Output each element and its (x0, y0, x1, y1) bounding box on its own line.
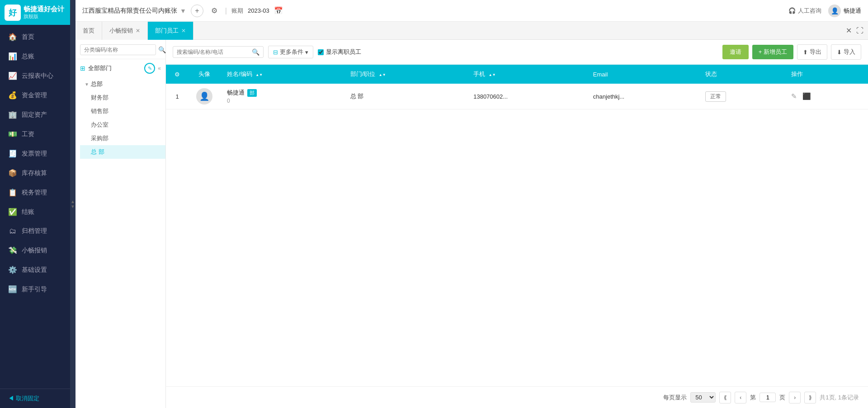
col-actions-label: 操作 (791, 71, 803, 77)
tab-expense-close[interactable]: ✕ (136, 28, 140, 34)
filter-button[interactable]: ⊟ 更多条件 ▾ (268, 46, 313, 58)
inventory-icon: 📦 (8, 169, 17, 177)
page-last-button[interactable]: ⟫ (804, 392, 816, 403)
calendar-icon[interactable]: 📅 (274, 6, 283, 15)
tax-icon: 📋 (8, 188, 17, 197)
sidebar-item-reports[interactable]: 📈 云报表中心 (0, 66, 70, 85)
status-badge: 正常 (705, 91, 726, 102)
dept-grid-icon: ⊞ (80, 65, 85, 72)
col-settings[interactable]: ⚙ (166, 65, 189, 84)
tab-expand-icon[interactable]: ⛶ (856, 27, 863, 35)
logout-action-button[interactable]: ⬛ (802, 92, 811, 100)
dept-edit-button[interactable]: ✎ (144, 63, 155, 74)
export-label: 导出 (810, 48, 821, 56)
page-label: 第 (750, 394, 756, 402)
page-next-button[interactable]: › (789, 392, 801, 403)
tab-expense-label: 小畅报销 (109, 27, 133, 35)
sidebar-item-label: 税务管理 (22, 189, 47, 197)
table-header-row: ⚙ 头像 姓名/编码 ▲▼ 部门/职位 ▲▼ (166, 65, 868, 84)
show-resigned-label[interactable]: 显示离职员工 (318, 48, 361, 56)
company-settings-icon[interactable]: ⚙ (208, 5, 221, 17)
import-button[interactable]: ⬇ 导入 (831, 44, 861, 60)
show-resigned-checkbox[interactable] (318, 49, 324, 55)
toolbar-right: 邀请 + 新增员工 ⬆ 导出 ⬇ 导入 (722, 44, 861, 60)
dept-search-input[interactable] (80, 44, 156, 55)
col-email-label: Email (593, 71, 608, 78)
col-name[interactable]: 姓名/编码 ▲▼ (220, 65, 344, 84)
tab-close-icon[interactable]: ✕ (846, 26, 852, 35)
dept-item-sales[interactable]: 销售部 (80, 104, 165, 118)
import-icon: ⬇ (837, 49, 842, 56)
tab-dept-label: 部门员工 (155, 27, 179, 35)
add-employee-button[interactable]: + 新增员工 (752, 45, 793, 59)
dept-search-icon[interactable]: 🔍 (158, 46, 166, 53)
dept-item-purchase[interactable]: 采购部 (80, 132, 165, 145)
sidebar-item-invoice[interactable]: 🧾 发票管理 (0, 144, 70, 163)
export-button[interactable]: ⬆ 导出 (797, 44, 827, 60)
edit-action-button[interactable]: ✎ (791, 92, 797, 100)
sidebar-item-tax[interactable]: 📋 税务管理 (0, 183, 70, 202)
app-title: 畅捷通好会计 (24, 5, 64, 13)
cell-avatar: 👤 (189, 84, 220, 109)
sidebar-item-closing[interactable]: ✅ 结账 (0, 202, 70, 222)
page-first-button[interactable]: ⟪ (719, 392, 731, 403)
main-area: 江西服宝精品有限责任公司内账张 ▼ + ⚙ | 账期 2023-03 📅 🎧 人… (75, 0, 868, 408)
page-prev-button[interactable]: ‹ (735, 392, 746, 403)
sidebar-item-inventory[interactable]: 📦 库存核算 (0, 163, 70, 183)
sidebar-scroll[interactable]: ▲▼ (70, 0, 75, 408)
sidebar-item-label: 小畅报销 (22, 247, 47, 255)
search-input[interactable] (177, 49, 249, 55)
sidebar-item-expense[interactable]: 💸 小畅报销 (0, 241, 70, 260)
dept-item-finance[interactable]: 财务部 (80, 91, 165, 104)
assets-icon: 🏢 (8, 110, 17, 119)
sidebar-item-guide[interactable]: 🆕 新手引导 (0, 280, 70, 299)
sidebar-item-settings[interactable]: ⚙️ 基础设置 (0, 260, 70, 280)
reports-icon: 📈 (8, 71, 17, 80)
phone-sort-icon: ▲▼ (489, 73, 496, 77)
funds-icon: 💰 (8, 91, 17, 100)
col-phone[interactable]: 手机 ▲▼ (467, 65, 586, 84)
topbar: 江西服宝精品有限责任公司内账张 ▼ + ⚙ | 账期 2023-03 📅 🎧 人… (75, 0, 868, 22)
sidebar-item-assets[interactable]: 🏢 固定资产 (0, 105, 70, 124)
sidebar-item-label: 云报表中心 (22, 72, 53, 80)
sidebar-item-archive[interactable]: 🗂 归档管理 (0, 222, 70, 241)
filter-label: 更多条件 (280, 48, 303, 56)
page-number-input[interactable] (760, 393, 776, 402)
cell-index: 1 (166, 84, 189, 109)
separator: | (225, 7, 227, 15)
tab-dept-close[interactable]: ✕ (181, 28, 186, 34)
page-total: 共1页, 1条记录 (820, 394, 859, 402)
dept-item-office[interactable]: 办公室 (80, 118, 165, 132)
company-selector[interactable]: 江西服宝精品有限责任公司内账张 ▼ (82, 7, 186, 15)
tab-expense[interactable]: 小畅报销 ✕ (102, 22, 148, 40)
add-company-button[interactable]: + (191, 5, 203, 17)
page-size-select[interactable]: 50 20 100 (690, 392, 716, 403)
emp-name-cell: 畅捷通 部 0 (227, 89, 337, 104)
tab-dept[interactable]: 部门员工 ✕ (148, 22, 193, 40)
tab-home[interactable]: 首页 (75, 22, 102, 40)
col-name-label: 姓名/编码 (227, 71, 252, 77)
sidebar-item-home[interactable]: 🏠 首页 (0, 27, 70, 47)
invite-button[interactable]: 邀请 (722, 45, 749, 59)
support-button[interactable]: 🎧 人工咨询 (788, 7, 821, 15)
dept-collapse-icon[interactable]: « (158, 65, 161, 71)
user-area[interactable]: 👤 畅捷通 (828, 5, 861, 17)
sidebar-item-label: 基础设置 (22, 266, 47, 274)
col-phone-label: 手机 (473, 71, 485, 77)
salary-icon: 💵 (8, 130, 17, 138)
unpin-button[interactable]: ◀ 取消固定 (0, 389, 70, 408)
search-button[interactable]: 🔍 (252, 48, 259, 56)
cell-dept: 总 部 (344, 84, 467, 109)
sidebar-item-funds[interactable]: 💰 资金管理 (0, 85, 70, 105)
sidebar-item-salary[interactable]: 💵 工资 (0, 124, 70, 144)
dept-group-hq[interactable]: 总部 (80, 77, 165, 91)
sidebar-item-ledger[interactable]: 📊 总账 (0, 47, 70, 66)
col-dept[interactable]: 部门/职位 ▲▼ (344, 65, 467, 84)
sidebar-item-label: 资金管理 (22, 91, 47, 100)
logo-icon: 好 (5, 5, 21, 21)
cell-phone: 138070602... (467, 84, 586, 109)
all-dept-label[interactable]: ⊞ 全部部门 (80, 64, 112, 72)
sidebar-item-label: 固定资产 (22, 111, 47, 119)
dept-item-hq[interactable]: 总 部 (80, 145, 165, 159)
sidebar-item-label: 库存核算 (22, 169, 47, 177)
